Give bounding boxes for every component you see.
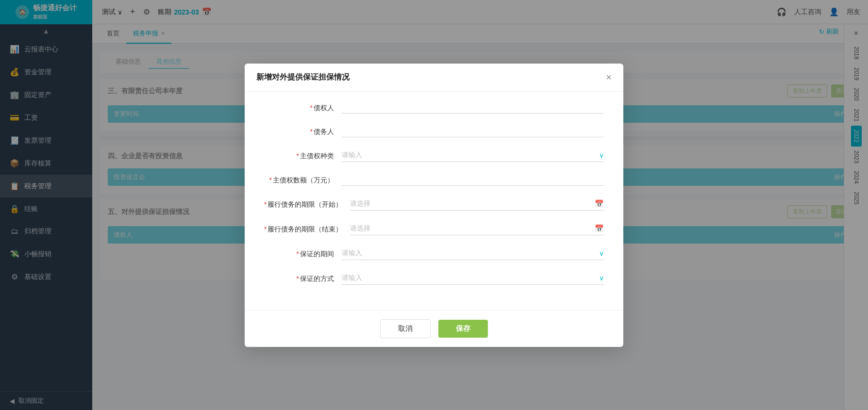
chevron-down-icon-debt-type: ∨ <box>599 151 604 159</box>
label-creditor: *债权人 <box>264 104 342 113</box>
date-wrap-period-end[interactable]: 请选择 📅 <box>350 224 604 235</box>
modal-footer: 取消 保存 <box>245 310 623 347</box>
label-period-start: *履行债务的期限（开始） <box>264 200 350 209</box>
modal-title: 新增对外提供保证担保情况 <box>256 72 350 82</box>
label-debt-type: *主债权种类 <box>264 152 342 161</box>
required-mark-period-start: * <box>264 200 267 208</box>
required-mark-period-end: * <box>264 225 267 233</box>
select-wrap-guarantee-method[interactable]: 请输入 ∨ <box>342 274 604 285</box>
input-debt-amount[interactable] <box>342 176 604 183</box>
input-wrap-debt-amount <box>342 176 604 186</box>
field-period-start: *履行债务的期限（开始） 请选择 📅 <box>264 199 604 211</box>
label-debt-amount: *主债权数额（万元） <box>264 176 342 185</box>
save-button[interactable]: 保存 <box>438 320 488 338</box>
calendar-icon-start: 📅 <box>595 199 604 208</box>
cancel-button[interactable]: 取消 <box>380 319 431 338</box>
required-mark-debtor: * <box>310 128 313 135</box>
field-guarantee-period: *保证的期间 请输入 ∨ <box>264 249 604 260</box>
modal-close-button[interactable]: × <box>606 72 612 82</box>
field-creditor: *债权人 <box>264 103 604 114</box>
field-debtor: *债务人 <box>264 127 604 137</box>
period-end-placeholder: 请选择 <box>350 224 595 233</box>
period-start-placeholder: 请选择 <box>350 199 595 208</box>
required-mark-guarantee-method: * <box>297 275 299 282</box>
guarantee-method-placeholder: 请输入 <box>342 274 599 282</box>
select-wrap-guarantee-period[interactable]: 请输入 ∨ <box>342 249 604 260</box>
field-debt-amount: *主债权数额（万元） <box>264 176 604 186</box>
chevron-down-icon-guarantee-method: ∨ <box>599 274 604 282</box>
modal-header: 新增对外提供保证担保情况 × <box>245 64 623 92</box>
debt-type-placeholder: 请输入 <box>342 151 599 160</box>
input-wrap-creditor <box>342 103 604 114</box>
label-guarantee-method: *保证的方式 <box>264 275 342 283</box>
modal-overlay: 新增对外提供保证担保情况 × *债权人 *债务人 <box>0 0 868 410</box>
field-debt-type: *主债权种类 请输入 ∨ <box>264 151 604 162</box>
guarantee-period-placeholder: 请输入 <box>342 249 599 258</box>
modal-body: *债权人 *债务人 <box>245 92 623 310</box>
modal-scroll-content: *债权人 *债务人 <box>245 92 623 310</box>
field-period-end: *履行债务的期限（结束） 请选择 📅 <box>264 224 604 235</box>
label-guarantee-period: *保证的期间 <box>264 250 342 259</box>
date-wrap-period-start[interactable]: 请选择 📅 <box>350 199 604 211</box>
required-mark-debt-amount: * <box>269 176 272 184</box>
label-period-end: *履行债务的期限（结束） <box>264 225 350 234</box>
input-creditor[interactable] <box>342 103 604 111</box>
required-mark-debt-type: * <box>297 152 299 160</box>
calendar-icon-end: 📅 <box>595 224 604 233</box>
input-wrap-debtor <box>342 127 604 137</box>
field-guarantee-method: *保证的方式 请输入 ∨ <box>264 274 604 285</box>
chevron-down-icon-guarantee-period: ∨ <box>599 249 604 257</box>
required-mark-guarantee-period: * <box>297 250 299 258</box>
modal-dialog: 新增对外提供保证担保情况 × *债权人 *债务人 <box>245 64 623 347</box>
required-mark-creditor: * <box>310 104 313 112</box>
select-wrap-debt-type[interactable]: 请输入 ∨ <box>342 151 604 162</box>
label-debtor: *债务人 <box>264 128 342 136</box>
input-debtor[interactable] <box>342 127 604 135</box>
